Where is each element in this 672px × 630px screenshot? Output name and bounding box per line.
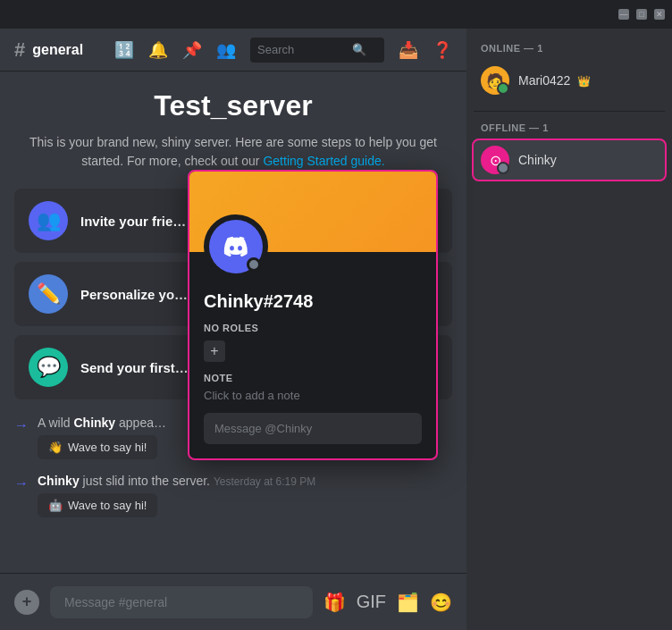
- channel-name: general: [32, 42, 83, 58]
- profile-note[interactable]: Click to add a note: [204, 389, 422, 402]
- getting-started-link[interactable]: Getting Started guide.: [263, 154, 384, 168]
- profile-avatar: [204, 214, 268, 279]
- wave-label-1: Wave to say hi!: [68, 441, 147, 454]
- chinky-bold-2: Chinky: [38, 474, 80, 488]
- header-icons: 🔢 🔔 📌 👥 🔍 📥 ❓: [114, 38, 452, 63]
- server-title: Test_server: [14, 89, 452, 122]
- chat-actions: 🎁 GIF 🗂️ 😊: [323, 592, 452, 613]
- search-input[interactable]: [257, 43, 347, 56]
- system-message-2-content: Chinky just slid into the server. Yester…: [38, 474, 315, 517]
- offline-section-title: OFFLINE — 1: [474, 122, 665, 133]
- personalize-card-label: Personalize yo…: [80, 287, 188, 302]
- close-button[interactable]: ✕: [654, 9, 665, 20]
- wave-button-1[interactable]: 👋 Wave to say hi!: [38, 435, 157, 459]
- add-role-button[interactable]: +: [204, 340, 225, 362]
- invite-icon: 👥: [29, 201, 68, 240]
- titlebar: — □ ✕: [0, 0, 672, 29]
- emoji-icon[interactable]: 😊: [430, 592, 452, 613]
- profile-note-title: NOTE: [204, 373, 422, 383]
- chat-input-wrap: [50, 586, 313, 618]
- search-icon: 🔍: [352, 43, 366, 56]
- wave-emoji-2: 🤖: [48, 499, 63, 512]
- profile-roles-title: NO ROLES: [204, 323, 422, 333]
- member-item-chinky[interactable]: ⊙ Chinky: [474, 140, 665, 180]
- system-message-1-text: A wild Chinky appea…: [38, 416, 166, 430]
- profile-banner: [189, 172, 436, 252]
- channel-hash-icon: #: [14, 38, 25, 62]
- wave-label-2: Wave to say hi!: [68, 499, 147, 512]
- online-section-title: ONLINE — 1: [474, 43, 665, 54]
- hashtag-icon[interactable]: 🔢: [114, 40, 134, 60]
- pin-icon[interactable]: 📌: [182, 40, 202, 60]
- profile-message-input[interactable]: Message @Chinky: [204, 413, 422, 444]
- chinky-bold-1: Chinky: [73, 416, 115, 430]
- chat-input[interactable]: [64, 595, 298, 609]
- gift-icon[interactable]: 🎁: [323, 592, 346, 613]
- profile-body: Chinky#2748 NO ROLES + NOTE Click to add…: [189, 252, 436, 458]
- gif-icon[interactable]: GIF: [357, 592, 386, 612]
- sidebar-divider: [474, 111, 665, 112]
- inbox-icon[interactable]: 📥: [399, 40, 418, 60]
- member-name-chinky: Chinky: [518, 153, 557, 167]
- avatar-mario: 🧑: [481, 66, 509, 95]
- send-icon: 💬: [29, 348, 68, 387]
- profile-popup: Chinky#2748 NO ROLES + NOTE Click to add…: [188, 170, 438, 460]
- chat-add-button[interactable]: +: [14, 590, 39, 615]
- help-icon[interactable]: ❓: [433, 40, 452, 60]
- invite-card-label: Invite your frie…: [80, 214, 186, 229]
- system-message-1-content: A wild Chinky appea… 👋 Wave to say hi!: [38, 416, 166, 459]
- members-icon[interactable]: 👥: [216, 40, 236, 60]
- channel-header: # general 🔢 🔔 📌 👥 🔍 📥 ❓: [0, 29, 466, 71]
- wave-button-2[interactable]: 🤖 Wave to say hi!: [38, 493, 157, 517]
- personalize-icon: ✏️: [29, 274, 68, 314]
- member-name-mario: Mari0422 👑: [518, 73, 591, 88]
- sticker-icon[interactable]: 🗂️: [397, 592, 419, 613]
- wave-emoji-1: 👋: [48, 441, 63, 454]
- arrow-icon-2: →: [14, 475, 29, 491]
- system-message-2: → Chinky just slid into the server. Yest…: [14, 466, 452, 525]
- profile-status-dot: [247, 257, 261, 272]
- profile-avatar-wrap: [204, 214, 268, 279]
- arrow-icon-1: →: [14, 417, 29, 433]
- crown-icon: 👑: [577, 75, 591, 88]
- search-bar[interactable]: 🔍: [250, 38, 384, 63]
- minimize-button[interactable]: —: [618, 9, 629, 20]
- maximize-button[interactable]: □: [636, 9, 647, 20]
- send-card-label: Send your first…: [80, 360, 189, 375]
- profile-username: Chinky#2748: [204, 291, 422, 312]
- right-sidebar: ONLINE — 1 🧑 Mari0422 👑 OFFLINE — 1 ⊙ Ch…: [466, 29, 672, 630]
- avatar-chinky: ⊙: [481, 146, 509, 174]
- system-message-2-text: Chinky just slid into the server. Yester…: [38, 474, 315, 488]
- server-description: This is your brand new, shiny server. He…: [14, 133, 452, 171]
- member-item-mario[interactable]: 🧑 Mari0422 👑: [474, 61, 665, 100]
- chat-bar: + 🎁 GIF 🗂️ 😊: [0, 573, 466, 630]
- bell-icon[interactable]: 🔔: [148, 40, 168, 60]
